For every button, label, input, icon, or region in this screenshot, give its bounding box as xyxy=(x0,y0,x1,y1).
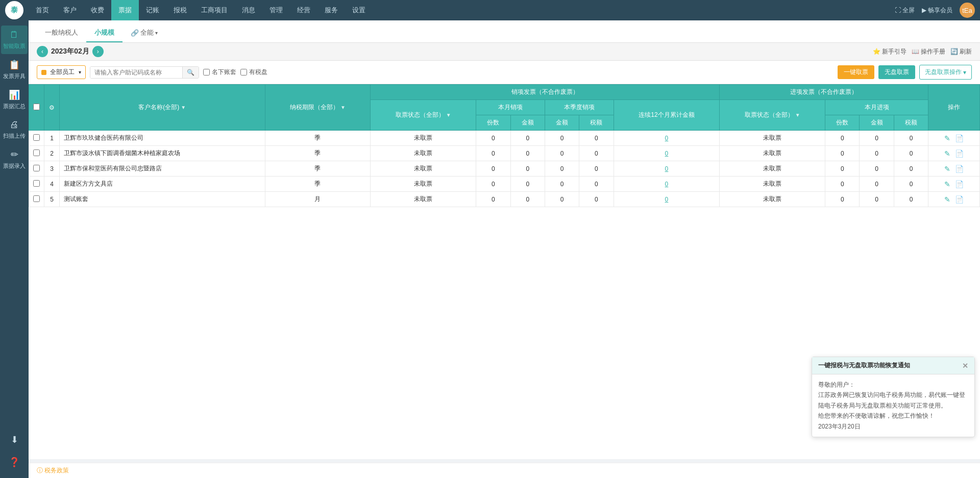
row-checkbox-cell[interactable] xyxy=(29,177,44,192)
row-actions: ✎ 📄 xyxy=(928,192,980,207)
row-tax-period: 季 xyxy=(265,177,371,192)
nav-business[interactable]: 工商项目 xyxy=(194,0,235,20)
detail-action-icon[interactable]: 📄 xyxy=(955,180,964,188)
select-all-checkbox[interactable] xyxy=(33,104,40,110)
table-row: 5 测试账套 月 未取票 0 0 0 0 0 未取票 0 0 0 ✎ 📄 xyxy=(29,192,980,207)
nav-client[interactable]: 客户 xyxy=(56,0,84,20)
row-fetch-status-input: 未取票 xyxy=(720,177,825,192)
sidebar-item-label: 票据汇总 xyxy=(3,103,26,110)
row-checkbox[interactable] xyxy=(33,149,40,156)
row-checkbox[interactable] xyxy=(33,165,40,171)
sidebar-item-smart-fetch[interactable]: 🗒 智能取票 xyxy=(1,26,28,54)
detail-action-icon[interactable]: 📄 xyxy=(955,149,964,158)
filter-icon[interactable]: ▼ xyxy=(446,112,451,118)
invoice-summary-icon: 📊 xyxy=(9,89,20,100)
notification-popup: 一键报税与无盘取票功能恢复通知 ✕ 尊敬的用户： 江苏政务网已恢复访问电子税务局… xyxy=(812,357,975,437)
one-key-fetch-btn[interactable]: 一键取票 xyxy=(838,65,874,79)
detail-action-icon[interactable]: 📄 xyxy=(955,165,964,173)
sidebar-item-scan-upload[interactable]: 🖨 扫描上传 xyxy=(1,115,28,144)
table-header-fetch-status-input: 取票状态（全部） ▼ xyxy=(720,100,825,131)
nav-manage[interactable]: 管理 xyxy=(262,0,290,20)
sidebar-item-label: 发票开具 xyxy=(3,72,26,80)
table-header-quarter-sales-amount: 金额 xyxy=(545,115,579,131)
filter-icon[interactable]: ▼ xyxy=(340,105,346,110)
row-checkbox-cell[interactable] xyxy=(29,131,44,146)
nav-billing[interactable]: 收费 xyxy=(84,0,111,20)
row-quarter-sales-tax: 0 xyxy=(579,177,614,192)
row-quarter-sales-amount: 0 xyxy=(545,161,579,177)
popup-header: 一键报税与无盘取票功能恢复通知 ✕ xyxy=(812,357,974,374)
row-tax-period: 季 xyxy=(265,131,371,146)
refresh-btn[interactable]: 🔄 刷新 xyxy=(950,47,972,56)
manual-btn[interactable]: 📖 操作手册 xyxy=(912,47,945,56)
staff-select[interactable]: 全部员工 ▾ xyxy=(37,65,86,79)
month-navigation: ‹ 2023年02月 › xyxy=(37,46,104,57)
detail-action-icon[interactable]: 📄 xyxy=(955,134,964,142)
table-header-sales-count: 份数 xyxy=(476,115,510,131)
toolbar-left: 全部员工 ▾ 🔍 名下账套 有税盘 xyxy=(37,65,834,79)
has-tax-checkbox-label[interactable]: 有税盘 xyxy=(240,68,267,77)
edit-action-icon[interactable]: ✎ xyxy=(944,180,950,188)
nav-home[interactable]: 首页 xyxy=(29,0,56,20)
top-navigation: 泰 首页 客户 收费 票据 记账 报税 工商项目 消息 管理 经营 服务 设置 … xyxy=(0,0,980,20)
vip-btn[interactable]: ▶ 畅享会员 xyxy=(922,6,952,15)
next-month-btn[interactable]: › xyxy=(92,46,104,57)
sidebar-item-invoice-summary[interactable]: 📊 票据汇总 xyxy=(1,85,28,114)
more-actions-btn[interactable]: 无盘取票操作 ▾ xyxy=(919,65,972,80)
tab-general[interactable]: 一般纳税人 xyxy=(37,24,86,42)
row-checkbox[interactable] xyxy=(33,180,40,187)
nav-invoice[interactable]: 票据 xyxy=(111,0,139,20)
fullscreen-btn[interactable]: ⛶ 全屏 xyxy=(895,6,915,15)
sidebar-download[interactable]: ⬇ xyxy=(1,430,28,449)
nav-accounting[interactable]: 记账 xyxy=(139,0,166,20)
table-header-quarter-sales-tax: 税额 xyxy=(579,115,614,131)
filter-icon[interactable]: ▼ xyxy=(181,105,186,110)
edit-action-icon[interactable]: ✎ xyxy=(944,149,950,158)
table-header-sales-invoice: 销项发票（不合作废票） xyxy=(371,85,720,100)
edit-action-icon[interactable]: ✎ xyxy=(944,195,950,204)
search-button[interactable]: 🔍 xyxy=(182,67,199,78)
row-customer-name: 测试账套 xyxy=(60,192,265,207)
nav-message[interactable]: 消息 xyxy=(235,0,262,20)
row-fetch-status-input: 未取票 xyxy=(720,192,825,207)
detail-action-icon[interactable]: 📄 xyxy=(955,195,964,204)
sidebar-item-data-entry[interactable]: ✏ 票据录入 xyxy=(1,145,28,174)
chevron-down-icon: ▾ xyxy=(963,69,966,76)
row-quarter-sales-amount: 0 xyxy=(545,192,579,207)
nav-operate[interactable]: 经营 xyxy=(290,0,317,20)
search-input[interactable] xyxy=(90,67,182,78)
row-last12-amount: 0 xyxy=(614,161,720,177)
row-checkbox-cell[interactable] xyxy=(29,192,44,207)
popup-close-btn[interactable]: ✕ xyxy=(962,362,968,370)
sub-account-checkbox[interactable] xyxy=(203,69,210,76)
row-input-amount: 0 xyxy=(860,131,894,146)
tab-all[interactable]: 🔗 全能 ▾ xyxy=(122,24,166,42)
nav-right-controls: ⛶ 全屏 ▶ 畅享会员 tEa xyxy=(895,3,975,18)
row-checkbox[interactable] xyxy=(33,134,40,141)
table-header-settings-col: ⚙ xyxy=(44,85,60,131)
edit-action-icon[interactable]: ✎ xyxy=(944,165,950,173)
user-avatar[interactable]: tEa xyxy=(960,3,975,18)
sidebar-help[interactable]: ❓ xyxy=(1,452,28,472)
nav-settings[interactable]: 设置 xyxy=(345,0,373,20)
row-checkbox[interactable] xyxy=(33,195,40,202)
row-no: 3 xyxy=(44,161,60,177)
edit-action-icon[interactable]: ✎ xyxy=(944,134,950,142)
new-guide-btn[interactable]: ⭐ 新手引导 xyxy=(873,47,906,56)
has-tax-checkbox[interactable] xyxy=(240,69,247,76)
prev-month-btn[interactable]: ‹ xyxy=(37,46,48,57)
nav-tax[interactable]: 报税 xyxy=(166,0,194,20)
row-checkbox-cell[interactable] xyxy=(29,161,44,177)
row-fetch-status-sales: 未取票 xyxy=(371,192,476,207)
nav-service[interactable]: 服务 xyxy=(317,0,345,20)
tax-policy-link[interactable]: ⓘ 税务政策 xyxy=(37,466,69,475)
popup-content: 尊敬的用户： 江苏政务网已恢复访问电子税务局功能，易代账一键登陆电子税务局与无盘… xyxy=(818,381,965,430)
filter-icon[interactable]: ▼ xyxy=(795,112,800,118)
sub-account-checkbox-label[interactable]: 名下账套 xyxy=(203,68,236,77)
toolbar-right: 一键取票 无盘取票 无盘取票操作 ▾ xyxy=(838,65,972,80)
tab-small[interactable]: 小规模 xyxy=(86,24,122,42)
sidebar-item-issue-invoice[interactable]: 📋 发票开具 xyxy=(1,55,28,84)
help-icon: ❓ xyxy=(9,457,20,468)
row-checkbox-cell[interactable] xyxy=(29,146,44,161)
no-disk-fetch-btn[interactable]: 无盘取票 xyxy=(878,65,915,79)
